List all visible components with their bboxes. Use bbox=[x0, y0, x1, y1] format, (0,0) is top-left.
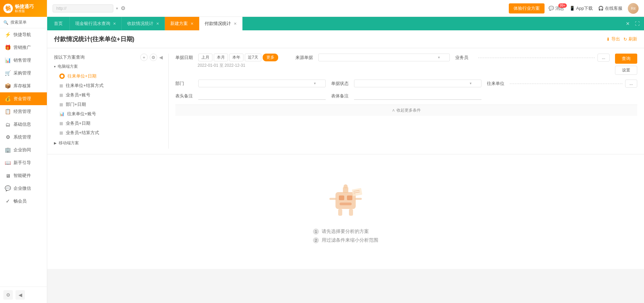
tab-close-all-btn[interactable]: ✕ bbox=[624, 20, 632, 28]
scheme-table-icon-1: ▦ bbox=[59, 83, 63, 88]
message-btn[interactable]: 💬 消息 99+ bbox=[549, 5, 564, 11]
scheme-active-icon bbox=[59, 73, 65, 79]
sidebar-collapse-btn[interactable]: ◀ bbox=[16, 290, 25, 300]
sidebar-settings-btn[interactable]: ⚙ bbox=[3, 290, 13, 300]
sidebar-item-inventory[interactable]: 📦 库存核算 bbox=[0, 80, 47, 92]
sidebar-search[interactable]: 🔍 搜索菜单 bbox=[0, 17, 47, 28]
sidebar-item-system[interactable]: ⚙ 系统管理 bbox=[0, 131, 47, 144]
date-filter: 单据日期 上月 本月 本年 近7天 更多 bbox=[175, 54, 290, 61]
tab-home[interactable]: 首页 bbox=[47, 17, 70, 30]
operation-icon: 📋 bbox=[5, 109, 11, 115]
tab-bank-flow[interactable]: 现金银行流水查询 ✕ bbox=[70, 17, 122, 30]
date-btn-this-month[interactable]: 本月 bbox=[214, 54, 228, 61]
export-btn[interactable]: ⬇ 导出 bbox=[606, 36, 620, 42]
sidebar-header: 畅 畅捷通巧 标准版 bbox=[0, 0, 47, 17]
svg-rect-2 bbox=[347, 195, 352, 200]
system-icon: ⚙ bbox=[5, 134, 11, 140]
page-header: 付款情况统计(往来单位+日期) ⬇ 导出 ↻ 刷新 bbox=[47, 30, 644, 48]
sidebar-item-hardware[interactable]: 🖥 智能硬件 bbox=[0, 169, 47, 182]
dept-select[interactable]: ▾ bbox=[198, 80, 326, 87]
tab-close-new-scheme[interactable]: ✕ bbox=[191, 22, 194, 26]
sidebar-item-quick-nav[interactable]: ⚡ 快捷导航 bbox=[0, 28, 47, 41]
empty-tips: 1 请先选择要分析的方案 2 用过滤条件来缩小分析范围 bbox=[313, 229, 378, 243]
address-bar[interactable]: http:// bbox=[53, 4, 113, 12]
sales-icon: 📊 bbox=[5, 57, 11, 63]
staff-more-btn[interactable]: ... bbox=[597, 54, 610, 62]
sidebar-item-operation[interactable]: 📋 经营管理 bbox=[0, 105, 47, 118]
scheme-item-dept-date[interactable]: ▦ 部门+日期 bbox=[54, 100, 163, 109]
basic-info-icon: 🗂 bbox=[5, 122, 11, 127]
scheme-panel: 按以下方案查询 + ⚙ ◀ ▾ 电脑端方案 bbox=[54, 54, 169, 149]
scheme-add-btn[interactable]: + bbox=[140, 54, 148, 61]
svg-rect-10 bbox=[352, 188, 362, 196]
sidebar-item-finance[interactable]: 💰 资金管理 bbox=[0, 92, 47, 105]
tab-payment-stat[interactable]: 付款情况统计 ✕ bbox=[199, 17, 242, 30]
scheme-table-icon-5: ▦ bbox=[59, 130, 63, 135]
pc-group-title[interactable]: ▾ 电脑端方案 bbox=[54, 64, 163, 69]
date-options: 上月 本月 本年 近7天 更多 bbox=[198, 54, 278, 61]
online-service-btn[interactable]: 🎧 在线客服 bbox=[598, 5, 622, 11]
sidebar-item-purchase[interactable]: 🛒 采购管理 bbox=[0, 67, 47, 80]
headset-icon: 🎧 bbox=[598, 6, 604, 11]
date-btn-more[interactable]: 更多 bbox=[263, 54, 278, 61]
action-btns: 查询 设置 bbox=[615, 54, 637, 75]
scheme-item-staff-settle[interactable]: ▦ 业务员+结算方式 bbox=[54, 128, 163, 138]
doc-status-select[interactable]: ▾ bbox=[354, 80, 481, 87]
date-btn-last-month[interactable]: 上月 bbox=[198, 54, 212, 61]
scheme-item-staff-date[interactable]: ▦ 业务员+日期 bbox=[54, 119, 163, 128]
tab-close-payment-stat[interactable]: ✕ bbox=[234, 22, 237, 26]
mobile-group-title[interactable]: ▶ 移动端方案 bbox=[54, 140, 163, 146]
scheme-item-unit-date[interactable]: 往来单位+日期 bbox=[54, 71, 163, 81]
tab-new-scheme[interactable]: 新建方案 ✕ bbox=[165, 17, 199, 30]
mobile-group-arrow-icon: ▶ bbox=[54, 141, 57, 145]
scheme-item-unit-account[interactable]: 📊 往来单位+账号 bbox=[54, 109, 163, 119]
user-avatar[interactable]: Rit bbox=[628, 3, 639, 14]
sidebar-item-vip[interactable]: ✓ 畅会员 bbox=[0, 195, 47, 208]
scheme-collapse-btn[interactable]: ◀ bbox=[159, 55, 163, 60]
sidebar-item-enterprise[interactable]: 🏢 企业协同 bbox=[0, 144, 47, 156]
refresh-btn[interactable]: ↻ 刷新 bbox=[623, 36, 637, 42]
sidebar-item-guide[interactable]: 📖 新手引导 bbox=[0, 156, 47, 169]
filter-row-1: 单据日期 上月 本月 本年 近7天 更多 2022-01-01 至 2022-1… bbox=[175, 54, 637, 75]
filter-row-3: 表头备注 表体备注 bbox=[175, 92, 637, 100]
header-note-filter: 表头备注 bbox=[175, 92, 326, 100]
trial-btn[interactable]: 体验行业方案 bbox=[509, 3, 545, 13]
scheme-item-staff-account[interactable]: ▦ 业务员+账号 bbox=[54, 90, 163, 100]
page-content: 付款情况统计(往来单位+日期) ⬇ 导出 ↻ 刷新 按以下方案查询 + bbox=[47, 30, 644, 303]
topbar-settings-icon[interactable]: ⚙ bbox=[121, 5, 125, 11]
sidebar-item-sales[interactable]: 📊 销售管理 bbox=[0, 54, 47, 67]
body-note-filter: 表体备注 bbox=[331, 92, 481, 100]
doc-status-chevron-icon: ▾ bbox=[470, 81, 472, 86]
purchase-icon: 🛒 bbox=[5, 70, 11, 76]
sidebar-item-basic-info[interactable]: 🗂 基础信息 bbox=[0, 118, 47, 131]
collapse-more-btn[interactable]: ∧ 收起更多条件 bbox=[175, 104, 637, 116]
address-chevron-icon[interactable]: ▾ bbox=[116, 6, 118, 11]
tab-close-bank-flow[interactable]: ✕ bbox=[113, 22, 116, 26]
partner-more-btn[interactable]: ... bbox=[625, 80, 637, 88]
source-chevron-icon: ▾ bbox=[438, 55, 440, 60]
scheme-settings-btn[interactable]: ⚙ bbox=[150, 54, 157, 61]
sidebar-item-wechat[interactable]: 💬 企业微信 bbox=[0, 182, 47, 195]
date-btn-this-year[interactable]: 本年 bbox=[229, 54, 243, 61]
scheme-table-icon-4: ▦ bbox=[59, 121, 63, 126]
dept-filter: 部门 ▾ bbox=[175, 80, 326, 87]
tab-expand-btn[interactable]: ⛶ bbox=[633, 20, 641, 28]
guide-icon: 📖 bbox=[5, 160, 11, 166]
query-btn[interactable]: 查询 bbox=[615, 54, 637, 64]
app-download-btn[interactable]: 📱 App下载 bbox=[569, 5, 593, 11]
settings-btn[interactable]: 设置 bbox=[615, 66, 637, 75]
tab-close-receipt-stat[interactable]: ✕ bbox=[156, 22, 159, 26]
filter-fields: 单据日期 上月 本月 本年 近7天 更多 2022-01-01 至 2022-1… bbox=[169, 54, 637, 149]
tab-receipt-stat[interactable]: 收款情况统计 ✕ bbox=[122, 17, 165, 30]
refresh-icon: ↻ bbox=[623, 37, 627, 42]
source-filter: 来源单据 ▾ bbox=[295, 54, 450, 61]
staff-filter: 业务员 ... bbox=[455, 54, 610, 62]
export-icon: ⬇ bbox=[606, 37, 610, 42]
sidebar-item-marketing[interactable]: 🎁 营销推广 bbox=[0, 41, 47, 54]
scheme-item-unit-settle[interactable]: ▦ 往来单位+结算方式 bbox=[54, 81, 163, 90]
date-btn-last-7[interactable]: 近7天 bbox=[245, 54, 261, 61]
source-select[interactable]: ▾ bbox=[318, 54, 450, 61]
date-range-display: 2022-01-01 至 2022-12-31 bbox=[198, 63, 245, 68]
tabbar-right-btns: ✕ ⛶ bbox=[621, 17, 644, 30]
svg-rect-8 bbox=[338, 209, 342, 216]
